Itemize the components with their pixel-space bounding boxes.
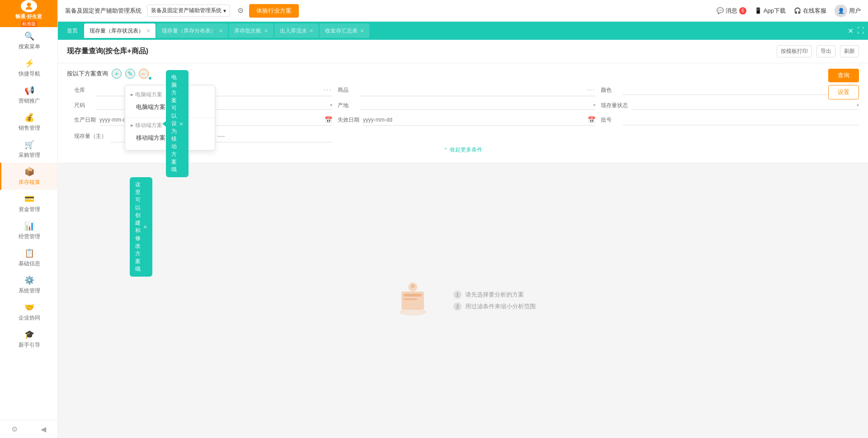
collapse-up-icon: ⌃ bbox=[443, 147, 448, 153]
search-icon: 🔍 bbox=[24, 31, 34, 41]
tab-inventory-dist[interactable]: 现存量（库存分布表）× bbox=[156, 24, 228, 38]
tab-home[interactable]: 首页 bbox=[61, 24, 83, 38]
empty-text: 1 请先选择要分析的方案 2 用过滤条件来缩小分析范围 bbox=[453, 289, 536, 312]
tooltip-close-1[interactable]: × bbox=[179, 120, 183, 127]
tooltip-close-2[interactable]: × bbox=[143, 223, 147, 231]
sidebar-item-guide[interactable]: ⚡快捷导航 bbox=[0, 54, 57, 81]
tab-inout-flow[interactable]: 出入库流水× bbox=[274, 24, 319, 38]
app-download-btn[interactable]: 📱 App下载 bbox=[755, 7, 786, 15]
back-scheme-btn[interactable]: ← bbox=[139, 69, 149, 79]
collapse-icon[interactable]: ◀ bbox=[41, 425, 46, 433]
sidebar-item-search[interactable]: 🔍搜索菜单 bbox=[0, 27, 57, 54]
page-header: 现存量查询(按仓库+商品) 按模板打印 导出 刷新 bbox=[58, 40, 868, 63]
tooltip-scheme: 电脑方案可以设为移动方案哦 × bbox=[166, 70, 189, 177]
reset-btn[interactable]: 设置 bbox=[828, 85, 859, 99]
calendar-icon-produce[interactable]: 📅 bbox=[325, 116, 332, 123]
enterprise-icon: 🤝 bbox=[24, 302, 34, 312]
export-btn[interactable]: 导出 bbox=[816, 45, 835, 57]
expire-date-input[interactable] bbox=[363, 117, 586, 123]
marketing-icon: 📢 bbox=[24, 85, 34, 95]
stock-qty-to[interactable] bbox=[226, 133, 332, 139]
logo-name: 畅通·好生意 bbox=[15, 13, 42, 20]
tooltip-arrow-left bbox=[162, 121, 166, 127]
calendar-icon-expire[interactable]: 📅 bbox=[588, 116, 595, 123]
user-btn[interactable]: 👤 用户 bbox=[835, 5, 861, 17]
message-btn[interactable]: 💬 消息 6 bbox=[717, 7, 746, 15]
expand-btn[interactable]: ⛶ bbox=[857, 27, 864, 35]
edit-scheme-btn[interactable]: ✎ bbox=[125, 69, 135, 79]
empty-icon bbox=[390, 278, 435, 323]
add-scheme-btn[interactable]: + bbox=[112, 69, 122, 79]
sidebar-item-inventory[interactable]: 📦库存核算 bbox=[0, 163, 57, 190]
tab-close-collect-summary[interactable]: × bbox=[360, 28, 364, 34]
avatar: 👤 bbox=[835, 5, 847, 17]
inventory-icon: 📦 bbox=[24, 167, 34, 177]
system-icon: ⚙️ bbox=[24, 275, 34, 285]
filter-area: 按以下方案查询 + ✎ ← 电脑方案可以设为移动方案哦 × 电脑端方案 bbox=[58, 63, 868, 163]
sidebar-nav: 🔍搜索菜单⚡快捷导航📢营销推广💰销售管理🛒采购管理📦库存核算💳资金管理📊经营管理… bbox=[0, 27, 57, 420]
tooltip-create: 这里可以创建和修改方案哦 × bbox=[130, 177, 152, 277]
filter-field-origin: 产地 ▾ bbox=[338, 101, 596, 110]
logo: 畅通·好生意 标准版 bbox=[0, 0, 57, 27]
main: 装备及固定资产辅助管理系统 装备及固定资产辅助管理系统 ▾ ⚙ 体验行业方案 💬… bbox=[58, 0, 868, 438]
newbie-icon: 🎓 bbox=[24, 330, 34, 339]
service-icon: 🎧 bbox=[794, 7, 801, 14]
topbar-right: 💬 消息 6 📱 App下载 🎧 在线客服 👤 用户 bbox=[717, 5, 861, 17]
tab-inventory-status[interactable]: 现存量（库存状况表）× bbox=[84, 24, 156, 38]
filter-field-batch: 批号 bbox=[601, 115, 859, 125]
tab-label-inventory-status: 现存量（库存状况表） bbox=[90, 27, 144, 35]
sidebar-bottom: ⚙ ◀ bbox=[0, 420, 57, 438]
tab-actions: ✕ ⛶ bbox=[848, 27, 864, 35]
system-select[interactable]: 装备及固定资产辅助管理系统 ▾ bbox=[147, 5, 230, 17]
online-service-btn[interactable]: 🎧 在线客服 bbox=[794, 7, 826, 15]
stock-status-select[interactable]: ▾ bbox=[632, 101, 859, 110]
empty-state: 1 请先选择要分析的方案 2 用过滤条件来缩小分析范围 bbox=[58, 163, 868, 438]
content: 现存量查询(按仓库+商品) 按模板打印 导出 刷新 按以下方案查询 + ✎ ← … bbox=[58, 40, 868, 438]
gear-icon[interactable]: ⚙ bbox=[237, 6, 244, 15]
filter-field-color: 颜色 ▾ bbox=[601, 86, 859, 95]
sidebar-item-finance[interactable]: 💳资金管理 bbox=[0, 190, 57, 217]
mobile-icon: 📱 bbox=[755, 7, 762, 14]
tab-batch-account[interactable]: 库存批次账× bbox=[229, 24, 273, 38]
color-select[interactable]: ▾ bbox=[623, 86, 859, 95]
sidebar-item-system[interactable]: ⚙️系统管理 bbox=[0, 271, 57, 298]
tab-close-inventory-status[interactable]: × bbox=[146, 28, 150, 34]
tab-collect-summary[interactable]: 收发存汇总表× bbox=[320, 24, 369, 38]
tooltip-dot-1 bbox=[148, 76, 152, 80]
sidebar-item-newbie[interactable]: 🎓新手引导 bbox=[0, 325, 57, 353]
dots-icon-warehouse: ··· bbox=[323, 86, 332, 94]
batch-input[interactable] bbox=[623, 115, 859, 125]
filter-field-stock-status: 现存量状态 ▾ bbox=[601, 101, 859, 110]
sidebar-item-basic[interactable]: 📋基础信息 bbox=[0, 244, 57, 271]
print-template-btn[interactable]: 按模板打印 bbox=[777, 45, 812, 57]
chevron-down-icon: ▾ bbox=[223, 8, 226, 14]
tabbar: 首页现存量（库存状况表）×现存量（库存分布表）×库存批次账×出入库流水×收发存汇… bbox=[58, 22, 868, 40]
sidebar-item-marketing[interactable]: 📢营销推广 bbox=[0, 81, 57, 108]
sidebar-item-operations[interactable]: 📊经营管理 bbox=[0, 217, 57, 244]
goods-select[interactable]: ··· bbox=[359, 84, 596, 96]
tab-close-inventory-dist[interactable]: × bbox=[219, 28, 222, 34]
svg-point-6 bbox=[411, 284, 415, 288]
query-buttons: 查询 设置 bbox=[828, 69, 859, 99]
filter-field-expire-date: 失效日期 📅 bbox=[338, 114, 596, 126]
trial-btn[interactable]: 体验行业方案 bbox=[249, 4, 299, 18]
basic-icon: 📋 bbox=[24, 248, 34, 258]
finance-icon: 💳 bbox=[24, 194, 34, 204]
tab-close-batch-account[interactable]: × bbox=[264, 28, 268, 34]
message-badge: 6 bbox=[739, 7, 746, 14]
expire-date-wrap: 📅 bbox=[363, 114, 596, 126]
filter-label: 按以下方案查询 bbox=[67, 70, 108, 78]
sidebar-item-purchase[interactable]: 🛒采购管理 bbox=[0, 136, 57, 163]
system-title: 装备及固定资产辅助管理系统 bbox=[65, 7, 142, 15]
close-all-tabs-btn[interactable]: ✕ bbox=[848, 27, 854, 35]
dots-icon-goods: ··· bbox=[587, 86, 595, 94]
refresh-btn[interactable]: 刷新 bbox=[840, 45, 859, 57]
filter-field-goods: 商品 ··· bbox=[338, 84, 596, 96]
tab-close-inout-flow[interactable]: × bbox=[310, 28, 313, 34]
origin-select[interactable]: ▾ bbox=[359, 101, 596, 110]
sidebar-item-enterprise[interactable]: 🤝企业协同 bbox=[0, 298, 57, 325]
settings-icon[interactable]: ⚙ bbox=[11, 425, 18, 433]
chevron-down-size: ▾ bbox=[330, 103, 332, 108]
sidebar-item-sales[interactable]: 💰销售管理 bbox=[0, 108, 57, 136]
query-btn[interactable]: 查询 bbox=[828, 69, 859, 82]
